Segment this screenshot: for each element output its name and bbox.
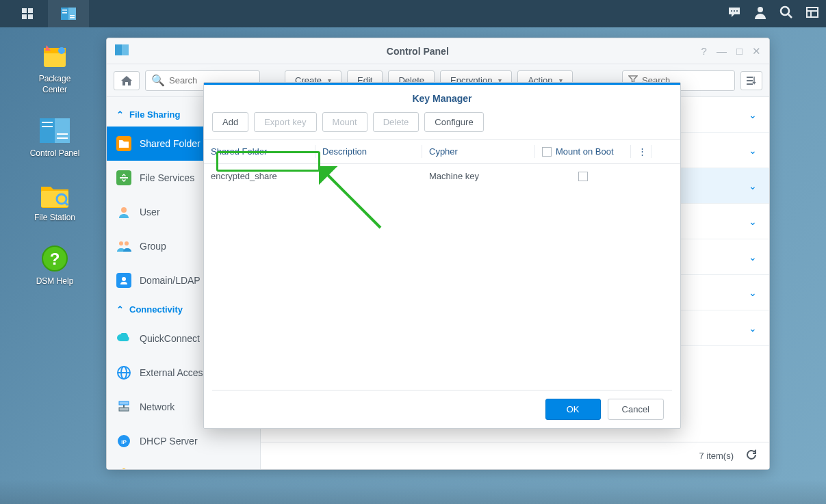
svg-rect-1	[28, 8, 33, 13]
desktop-icon-label: Control Panel	[30, 148, 80, 159]
close-icon[interactable]: ✕	[752, 45, 761, 57]
user-icon[interactable]	[753, 5, 767, 22]
desktop-icon-control-panel[interactable]: Control Panel	[24, 116, 86, 159]
svg-rect-27	[57, 137, 68, 139]
svg-rect-36	[747, 77, 753, 78]
configure-button[interactable]: Configure	[424, 112, 483, 132]
maximize-icon[interactable]: □	[736, 45, 743, 57]
desktop-icon-label: File Station	[34, 213, 75, 224]
widget-icon[interactable]	[805, 5, 819, 22]
desktop-icon-label: DSM Help	[36, 276, 74, 287]
key-manager-modal: Key Manager Add Export key Mount Delete …	[203, 82, 681, 429]
cancel-button[interactable]: Cancel	[608, 399, 664, 420]
column-shared-folder[interactable]: Shared Folder	[204, 145, 315, 158]
desktop-icons: Package Center Control Panel File Statio…	[24, 41, 86, 308]
window-header: Control Panel ? — □ ✕	[107, 38, 769, 64]
ok-button[interactable]: OK	[545, 399, 601, 420]
svg-rect-3	[28, 14, 33, 19]
svg-point-42	[122, 277, 126, 281]
sort-button[interactable]	[740, 71, 762, 90]
svg-point-10	[731, 10, 732, 12]
table-row[interactable]: encrypted_share Machine key	[204, 164, 680, 188]
cell-cypher: Machine key	[422, 170, 535, 183]
svg-text:?: ?	[50, 250, 60, 268]
desktop-icon-label: Package Center	[39, 74, 71, 95]
svg-rect-9	[70, 17, 75, 18]
column-description[interactable]: Description	[315, 145, 422, 158]
svg-rect-8	[70, 15, 75, 16]
svg-point-13	[758, 7, 763, 12]
chevron-down-icon[interactable]: ⌄	[749, 181, 757, 191]
item-count: 7 item(s)	[699, 451, 734, 461]
mount-button[interactable]: Mount	[322, 112, 367, 132]
sidebar-item-security[interactable]: Security	[107, 458, 260, 469]
chevron-down-icon[interactable]: ⌄	[749, 323, 757, 334]
chevron-down-icon[interactable]: ⌄	[749, 287, 757, 298]
cell-description	[315, 170, 422, 183]
svg-rect-24	[42, 122, 53, 123]
column-mount-on-boot[interactable]: Mount on Boot	[535, 145, 631, 158]
modal-title: Key Manager	[204, 85, 680, 112]
refresh-icon[interactable]	[746, 449, 757, 462]
desktop-icon-package-center[interactable]: Package Center	[24, 41, 86, 95]
taskbar-running-app[interactable]	[48, 0, 89, 27]
chevron-up-icon: ⌃	[116, 304, 124, 315]
svg-rect-47	[119, 408, 129, 411]
chevron-down-icon[interactable]: ⌄	[749, 145, 757, 156]
svg-rect-6	[62, 10, 67, 11]
svg-rect-46	[119, 401, 129, 405]
svg-rect-34	[115, 44, 122, 55]
svg-rect-16	[807, 8, 818, 17]
chevron-down-icon[interactable]: ⌄	[749, 252, 757, 263]
export-key-button[interactable]: Export key	[254, 112, 316, 132]
mount-checkbox[interactable]	[578, 172, 588, 181]
chat-icon[interactable]	[727, 5, 741, 22]
cell-mount	[535, 170, 631, 183]
svg-rect-28	[41, 191, 68, 207]
svg-rect-38	[747, 83, 753, 85]
chevron-down-icon[interactable]: ⌄	[749, 109, 757, 120]
svg-point-41	[125, 241, 129, 246]
svg-point-12	[736, 10, 738, 12]
svg-rect-2	[22, 14, 27, 19]
chevron-up-icon: ⌃	[116, 109, 124, 120]
svg-point-40	[119, 241, 123, 246]
svg-rect-7	[62, 12, 67, 14]
desktop-icon-file-station[interactable]: File Station	[24, 180, 86, 224]
window-app-icon	[115, 44, 129, 58]
svg-text:IP: IP	[121, 439, 127, 445]
svg-line-15	[788, 14, 792, 18]
svg-rect-25	[42, 126, 53, 127]
delete-button[interactable]: Delete	[373, 112, 420, 132]
svg-rect-37	[747, 80, 753, 81]
taskbar	[0, 0, 826, 27]
svg-point-14	[781, 7, 789, 15]
svg-point-21	[58, 47, 65, 54]
chevron-down-icon[interactable]: ⌄	[749, 216, 757, 227]
column-menu-icon[interactable]: ⋮	[631, 145, 651, 158]
key-manager-table: Shared Folder Description Cypher Mount o…	[204, 139, 680, 390]
column-cypher[interactable]: Cypher	[422, 145, 535, 158]
svg-rect-26	[57, 133, 68, 135]
search-icon: 🔍	[151, 74, 165, 87]
add-button[interactable]: Add	[212, 112, 248, 132]
desktop-icon-dsm-help[interactable]: ? DSM Help	[24, 243, 86, 287]
taskbar-menu-icon[interactable]	[7, 0, 48, 27]
svg-rect-35	[122, 44, 129, 55]
help-icon[interactable]: ?	[701, 45, 707, 57]
svg-rect-4	[61, 8, 68, 20]
home-button[interactable]	[114, 71, 140, 90]
svg-rect-23	[55, 118, 70, 143]
svg-rect-0	[22, 8, 27, 13]
window-title: Control Panel	[134, 46, 701, 57]
search-icon[interactable]	[779, 5, 793, 22]
cell-shared-folder: encrypted_share	[204, 170, 315, 183]
svg-point-39	[121, 207, 127, 213]
sidebar-item-dhcp-server[interactable]: IPDHCP Server	[107, 424, 260, 458]
svg-point-11	[734, 10, 735, 12]
minimize-icon[interactable]: —	[717, 45, 727, 57]
mount-all-checkbox[interactable]	[542, 147, 552, 157]
